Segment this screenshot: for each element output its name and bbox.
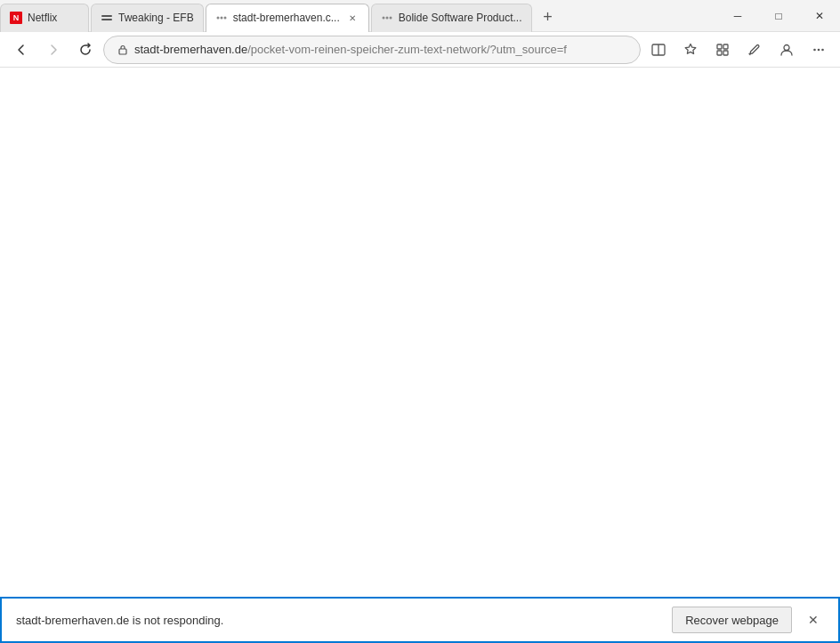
tabs-area: N Netflix Tweaking - EFB stadt-bremerhav… [0, 0, 717, 32]
minimize-button[interactable]: ─ [717, 0, 758, 32]
address-text: stadt-bremerhaven.de/pocket-vom-reinen-s… [134, 43, 627, 56]
title-bar: N Netflix Tweaking - EFB stadt-bremerhav… [0, 0, 840, 32]
forward-button[interactable] [39, 36, 68, 64]
tab-bremerhaven-label: stadt-bremerhaven.c... [233, 12, 340, 24]
tab-bolide-label: Bolide Software Product... [399, 12, 522, 24]
page-content [0, 68, 840, 597]
svg-point-3 [220, 17, 222, 20]
favorites-button[interactable] [676, 36, 705, 64]
address-path: /pocket-vom-reinen-speicher-zum-text-net… [247, 43, 567, 56]
svg-rect-11 [717, 44, 722, 49]
tab-bolide[interactable]: Bolide Software Product... [371, 4, 532, 32]
close-button[interactable]: ✕ [799, 0, 840, 32]
lock-icon [117, 44, 129, 56]
tab-netflix[interactable]: N Netflix [0, 4, 89, 32]
svg-rect-1 [101, 19, 112, 20]
notification-bar: stadt-bremerhaven.de is not responding. … [0, 597, 840, 643]
tab-netflix-label: Netflix [28, 12, 79, 24]
navigation-bar: stadt-bremerhaven.de/pocket-vom-reinen-s… [0, 32, 840, 68]
svg-rect-14 [723, 51, 728, 55]
svg-rect-13 [717, 51, 722, 55]
maximize-button[interactable]: □ [758, 0, 799, 32]
bolide-favicon-icon [381, 12, 393, 24]
svg-point-6 [385, 17, 388, 20]
svg-point-2 [216, 17, 219, 20]
svg-point-18 [821, 48, 824, 51]
address-bar[interactable]: stadt-bremerhaven.de/pocket-vom-reinen-s… [103, 36, 641, 64]
svg-point-7 [389, 17, 392, 20]
profile-button[interactable] [772, 36, 801, 64]
svg-rect-0 [101, 15, 112, 17]
window-controls: ─ □ ✕ [717, 0, 840, 32]
svg-point-16 [813, 48, 816, 51]
svg-rect-12 [723, 44, 728, 49]
tab-tweaking-label: Tweaking - EFB [118, 12, 194, 24]
edit-favorites-button[interactable] [740, 36, 769, 64]
reload-button[interactable] [71, 36, 100, 64]
svg-point-15 [784, 44, 789, 50]
notification-close-button[interactable]: ✕ [803, 609, 824, 631]
svg-rect-8 [119, 49, 126, 54]
collections-button[interactable] [708, 36, 737, 64]
tab-tweaking[interactable]: Tweaking - EFB [91, 4, 204, 32]
svg-point-5 [382, 17, 384, 20]
bremerhaven-favicon-icon [215, 12, 228, 24]
svg-point-17 [818, 48, 820, 51]
notification-message: stadt-bremerhaven.de is not responding. [16, 614, 661, 627]
back-button[interactable] [7, 36, 36, 64]
address-domain: stadt-bremerhaven.de [134, 43, 247, 56]
settings-more-button[interactable] [804, 36, 833, 64]
svg-point-4 [223, 17, 226, 20]
recover-webpage-button[interactable]: Recover webpage [672, 607, 792, 633]
tab-bremerhaven-close[interactable]: ✕ [345, 11, 359, 25]
netflix-favicon-icon: N [10, 12, 22, 24]
new-tab-button[interactable]: + [534, 4, 562, 32]
tab-bremerhaven[interactable]: stadt-bremerhaven.c... ✕ [206, 4, 369, 32]
split-view-button[interactable] [644, 36, 673, 64]
tweaking-favicon-icon [101, 12, 113, 24]
